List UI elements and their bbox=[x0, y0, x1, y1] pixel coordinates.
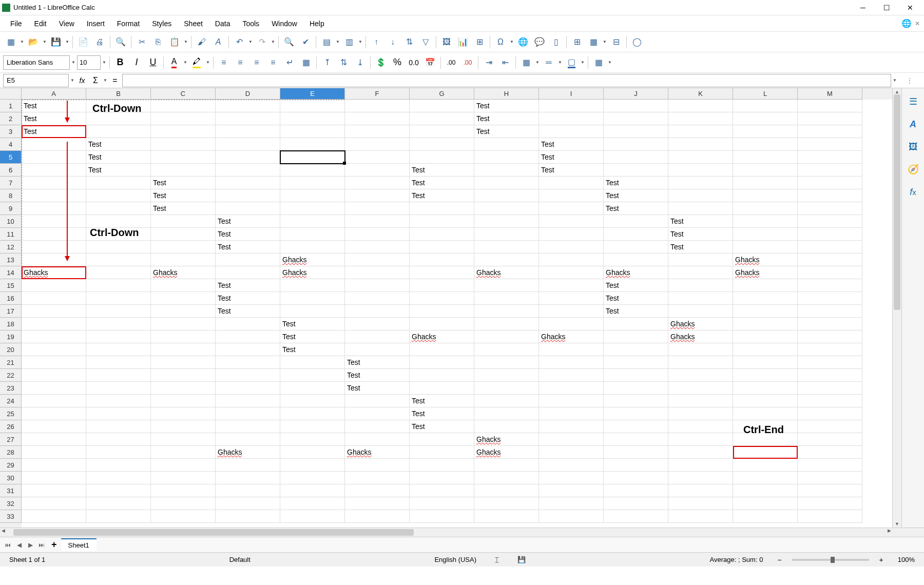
cell[interactable] bbox=[86, 318, 151, 330]
align-left-button[interactable]: ≡ bbox=[216, 55, 232, 70]
cell[interactable] bbox=[216, 433, 280, 446]
cell[interactable] bbox=[668, 305, 733, 318]
cell[interactable] bbox=[668, 125, 733, 138]
cell[interactable]: Test bbox=[280, 318, 345, 330]
cell[interactable] bbox=[733, 202, 798, 215]
cell[interactable] bbox=[151, 395, 216, 407]
cell[interactable] bbox=[216, 497, 280, 510]
cell[interactable] bbox=[798, 369, 862, 382]
row-header-15[interactable]: 15 bbox=[0, 279, 22, 292]
cell[interactable] bbox=[410, 100, 474, 112]
cell[interactable] bbox=[798, 228, 862, 241]
cell[interactable] bbox=[216, 343, 280, 356]
cell[interactable] bbox=[474, 369, 539, 382]
comment-button[interactable]: 💬 bbox=[532, 34, 547, 50]
cell[interactable] bbox=[474, 356, 539, 369]
row-header-1[interactable]: 1 bbox=[0, 100, 22, 112]
row-header-14[interactable]: 14 bbox=[0, 266, 22, 279]
bold-button[interactable]: B bbox=[112, 55, 128, 70]
cell[interactable] bbox=[798, 484, 862, 497]
cell[interactable] bbox=[151, 292, 216, 305]
cell[interactable] bbox=[474, 164, 539, 177]
cell[interactable] bbox=[22, 420, 86, 433]
freeze-button[interactable]: ▦ bbox=[586, 34, 601, 50]
status-style[interactable]: Default bbox=[225, 556, 255, 563]
cell[interactable] bbox=[733, 510, 798, 523]
cell[interactable] bbox=[22, 189, 86, 202]
align-bottom-button[interactable]: ⤓ bbox=[352, 55, 368, 70]
font-color-dropdown[interactable]: ▼ bbox=[183, 60, 188, 65]
undo-button[interactable]: ↶ bbox=[232, 34, 247, 50]
menu-edit[interactable]: Edit bbox=[28, 16, 53, 31]
cell[interactable] bbox=[280, 459, 345, 472]
cell[interactable] bbox=[539, 497, 604, 510]
cell[interactable] bbox=[668, 202, 733, 215]
cell[interactable] bbox=[539, 395, 604, 407]
formula-expand[interactable]: ▼ bbox=[892, 78, 897, 83]
cell[interactable] bbox=[86, 241, 151, 254]
cell[interactable] bbox=[151, 446, 216, 459]
print-preview-button[interactable]: 🔍 bbox=[113, 34, 128, 50]
cell[interactable]: Test bbox=[216, 228, 280, 241]
cell[interactable] bbox=[733, 112, 798, 125]
row-header-23[interactable]: 23 bbox=[0, 382, 22, 395]
cell[interactable] bbox=[216, 254, 280, 266]
border-style-button[interactable]: ═ bbox=[541, 55, 556, 70]
row-header-10[interactable]: 10 bbox=[0, 215, 22, 228]
cell[interactable] bbox=[668, 343, 733, 356]
menu-sheet[interactable]: Sheet bbox=[178, 16, 209, 31]
column-header-M[interactable]: M bbox=[798, 88, 862, 100]
cell[interactable] bbox=[604, 138, 668, 151]
cell[interactable] bbox=[22, 330, 86, 343]
cell[interactable]: Ghacks bbox=[474, 266, 539, 279]
close-doc-icon[interactable]: ✕ bbox=[915, 20, 920, 27]
cell[interactable]: Ghacks bbox=[474, 446, 539, 459]
cell[interactable] bbox=[280, 241, 345, 254]
italic-button[interactable]: I bbox=[129, 55, 144, 70]
cell[interactable] bbox=[410, 318, 474, 330]
cell[interactable] bbox=[798, 356, 862, 369]
cell[interactable]: Test bbox=[604, 189, 668, 202]
cell[interactable] bbox=[151, 356, 216, 369]
align-justify-button[interactable]: ≡ bbox=[265, 55, 281, 70]
cell[interactable] bbox=[345, 112, 410, 125]
cell[interactable] bbox=[474, 407, 539, 420]
cell[interactable] bbox=[22, 292, 86, 305]
cell[interactable] bbox=[280, 433, 345, 446]
cell[interactable] bbox=[798, 318, 862, 330]
cell[interactable] bbox=[733, 138, 798, 151]
cell[interactable] bbox=[539, 305, 604, 318]
cell[interactable] bbox=[604, 497, 668, 510]
cell[interactable] bbox=[798, 112, 862, 125]
status-insert-mode[interactable]: ⌶ bbox=[491, 556, 503, 563]
cell[interactable] bbox=[280, 279, 345, 292]
cell[interactable] bbox=[668, 138, 733, 151]
cell[interactable] bbox=[22, 472, 86, 484]
cell[interactable]: Test bbox=[410, 164, 474, 177]
column-header-J[interactable]: J bbox=[604, 88, 668, 100]
cell[interactable] bbox=[345, 330, 410, 343]
cell[interactable] bbox=[539, 292, 604, 305]
cell[interactable] bbox=[151, 241, 216, 254]
border-color-dropdown[interactable]: ▼ bbox=[580, 60, 585, 65]
cell[interactable]: Test bbox=[474, 100, 539, 112]
cell[interactable] bbox=[798, 189, 862, 202]
decrease-indent-button[interactable]: ⇤ bbox=[497, 55, 513, 70]
row-header-9[interactable]: 9 bbox=[0, 202, 22, 215]
cell[interactable] bbox=[668, 510, 733, 523]
sum-button[interactable]: Σ bbox=[89, 73, 102, 88]
align-center-button[interactable]: ≡ bbox=[233, 55, 248, 70]
cell[interactable] bbox=[604, 472, 668, 484]
cell[interactable]: Test bbox=[151, 202, 216, 215]
minimize-button[interactable]: ─ bbox=[851, 0, 875, 15]
cell[interactable] bbox=[733, 177, 798, 189]
cell[interactable] bbox=[733, 151, 798, 164]
row-header-26[interactable]: 26 bbox=[0, 420, 22, 433]
cell[interactable] bbox=[22, 510, 86, 523]
cell[interactable] bbox=[345, 228, 410, 241]
cell[interactable] bbox=[216, 369, 280, 382]
cell[interactable] bbox=[474, 279, 539, 292]
cell[interactable]: Ghacks bbox=[216, 446, 280, 459]
currency-button[interactable]: 💲 bbox=[373, 55, 389, 70]
cell[interactable] bbox=[733, 420, 798, 433]
